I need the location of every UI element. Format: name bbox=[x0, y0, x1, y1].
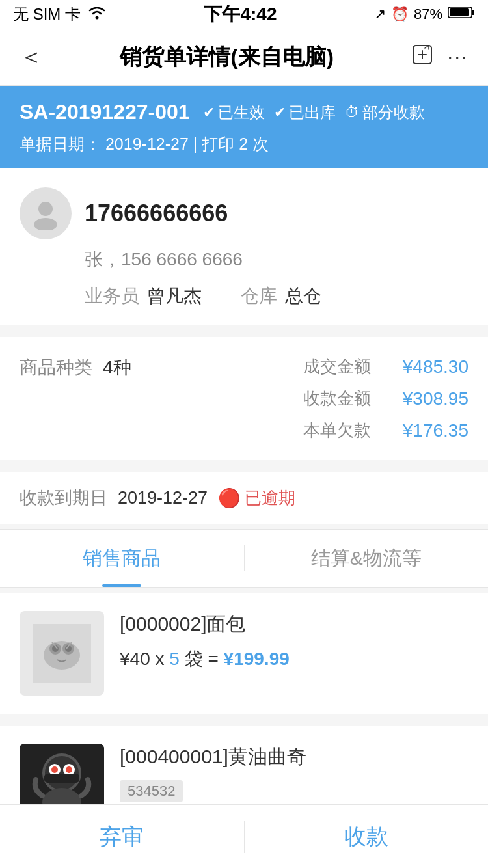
status-tags: ✔ 已生效 ✔ 已出库 ⏱ 部分收款 bbox=[203, 102, 425, 123]
alarm-icon: ⏰ bbox=[391, 6, 409, 23]
product-type-row: 商品种类 4种 bbox=[20, 355, 131, 380]
page-title: 销货单详情(来自电脑) bbox=[120, 42, 334, 72]
battery-icon bbox=[448, 5, 475, 23]
product-price-1: ¥40 x 5 袋 = ¥199.99 bbox=[120, 647, 468, 671]
status-bar-time: 下午4:42 bbox=[204, 2, 277, 27]
confirm-label: 收款 bbox=[344, 822, 388, 852]
battery-text: 87% bbox=[414, 6, 442, 23]
wifi-icon bbox=[87, 5, 107, 23]
status-bar: 无 SIM 卡 下午4:42 ↗ ⏰ 87% bbox=[0, 0, 488, 29]
svg-rect-3 bbox=[450, 8, 469, 16]
svg-point-0 bbox=[96, 16, 99, 20]
agent-label: 业务员 bbox=[85, 284, 139, 308]
customer-meta: 业务员 曾凡杰 仓库 总仓 bbox=[85, 284, 468, 308]
avatar bbox=[20, 187, 72, 239]
svg-point-18 bbox=[51, 766, 58, 773]
product-qty-1: 5 bbox=[169, 649, 180, 669]
date-label: 单据日期： bbox=[20, 135, 101, 153]
product-badge-2: 534532 bbox=[120, 780, 183, 802]
status-activated-label: 已生效 bbox=[218, 102, 265, 123]
warehouse-label: 仓库 bbox=[241, 284, 277, 308]
cancel-label: 弃审 bbox=[100, 822, 144, 852]
overdue-icon: 🔴 bbox=[218, 487, 241, 509]
amount-value: ¥485.30 bbox=[384, 357, 468, 377]
status-activated: ✔ 已生效 bbox=[203, 102, 265, 123]
svg-point-5 bbox=[38, 202, 53, 216]
customer-phone: 张，156 6666 6666 bbox=[85, 247, 468, 272]
product-type-label: 商品种类 bbox=[20, 355, 92, 380]
order-id: SA-20191227-001 bbox=[20, 100, 190, 124]
sim-status: 无 SIM 卡 bbox=[13, 4, 81, 25]
amount-label: 成交金额 bbox=[303, 355, 371, 378]
received-value: ¥308.95 bbox=[384, 388, 468, 409]
stats-right: 成交金额 ¥485.30 收款金额 ¥308.95 本单欠款 ¥176.35 bbox=[303, 355, 468, 442]
check-icon-1: ✔ bbox=[203, 104, 215, 121]
product-info-1: [0000002]面包 ¥40 x 5 袋 = ¥199.99 bbox=[120, 611, 468, 671]
overdue-badge: 🔴 已逾期 bbox=[218, 487, 295, 509]
stats-section: 商品种类 4种 成交金额 ¥485.30 收款金额 ¥308.95 本单欠款 ¥… bbox=[0, 337, 488, 460]
product-title-2: 黄油曲奇 bbox=[228, 746, 306, 767]
confirm-button[interactable]: 收款 bbox=[245, 805, 489, 868]
product-code-2: [000400001] bbox=[120, 746, 228, 767]
check-icon-2: ✔ bbox=[274, 104, 286, 121]
svg-point-6 bbox=[34, 218, 57, 230]
product-total-1: ¥199.99 bbox=[224, 649, 290, 669]
print-info: | 打印 2 次 bbox=[193, 135, 269, 153]
warehouse-value: 总仓 bbox=[285, 284, 321, 308]
stats-left: 商品种类 4种 bbox=[20, 355, 131, 380]
overdue-text: 已逾期 bbox=[245, 487, 295, 509]
tab-settlement-label: 结算&物流等 bbox=[311, 545, 422, 572]
svg-point-19 bbox=[66, 766, 72, 773]
tab-settlement[interactable]: 结算&物流等 bbox=[245, 530, 489, 587]
received-row: 收款金额 ¥308.95 bbox=[303, 387, 468, 410]
bottom-bar: 弃审 收款 bbox=[0, 804, 488, 868]
tab-section: 销售商品 结算&物流等 bbox=[0, 529, 488, 588]
order-header-row1: SA-20191227-001 ✔ 已生效 ✔ 已出库 ⏱ 部分收款 bbox=[20, 100, 468, 124]
product-code-1: [0000002] bbox=[120, 613, 206, 634]
due-label: 收款到期日 bbox=[20, 486, 107, 509]
tab-row: 销售商品 结算&物流等 bbox=[0, 530, 488, 587]
cancel-button[interactable]: 弃审 bbox=[0, 805, 244, 868]
more-icon[interactable]: ··· bbox=[447, 45, 468, 69]
status-partial-label: 部分收款 bbox=[362, 102, 425, 123]
product-item: [0000002]面包 ¥40 x 5 袋 = ¥199.99 bbox=[0, 593, 488, 714]
status-bar-right: ↗ ⏰ 87% bbox=[374, 5, 475, 23]
due-date-section: 收款到期日 2019-12-27 🔴 已逾期 bbox=[0, 472, 488, 524]
customer-name: 17666666666 bbox=[85, 200, 228, 227]
product-title-1: 面包 bbox=[206, 613, 245, 634]
debt-label: 本单欠款 bbox=[303, 419, 371, 442]
due-date-value: 2019-12-27 bbox=[118, 488, 208, 508]
share-icon[interactable] bbox=[411, 43, 434, 71]
amount-row: 成交金额 ¥485.30 bbox=[303, 355, 468, 378]
product-thumb-1 bbox=[20, 611, 104, 696]
tab-sales-label: 销售商品 bbox=[83, 545, 161, 572]
status-shipped: ✔ 已出库 bbox=[274, 102, 336, 123]
order-date-row: 单据日期： 2019-12-27 | 打印 2 次 bbox=[20, 133, 468, 155]
svg-point-8 bbox=[44, 641, 80, 670]
clock-icon: ⏱ bbox=[345, 104, 359, 121]
svg-rect-2 bbox=[472, 10, 474, 15]
debt-value: ¥176.35 bbox=[384, 420, 468, 441]
status-shipped-label: 已出库 bbox=[289, 102, 336, 123]
status-bar-left: 无 SIM 卡 bbox=[13, 4, 107, 25]
debt-row: 本单欠款 ¥176.35 bbox=[303, 419, 468, 442]
order-header: SA-20191227-001 ✔ 已生效 ✔ 已出库 ⏱ 部分收款 单据日期：… bbox=[0, 86, 488, 168]
product-name-1: [0000002]面包 bbox=[120, 611, 468, 638]
customer-row: 17666666666 bbox=[20, 187, 468, 239]
agent-value: 曾凡杰 bbox=[147, 284, 202, 308]
customer-section: 17666666666 张，156 6666 6666 业务员 曾凡杰 仓库 总… bbox=[0, 168, 488, 325]
location-icon: ↗ bbox=[374, 6, 386, 23]
tab-sales-products[interactable]: 销售商品 bbox=[0, 530, 244, 587]
back-button[interactable]: ＜ bbox=[20, 41, 43, 73]
status-partial-payment: ⏱ 部分收款 bbox=[345, 102, 425, 123]
nav-bar: ＜ 销货单详情(来自电脑) ··· bbox=[0, 29, 488, 86]
nav-right-actions: ··· bbox=[411, 43, 468, 71]
received-label: 收款金额 bbox=[303, 387, 371, 410]
svg-rect-20 bbox=[44, 774, 79, 783]
product-type-value: 4种 bbox=[103, 355, 131, 380]
date-value: 2019-12-27 bbox=[105, 135, 189, 153]
product-name-2: [000400001]黄油曲奇 bbox=[120, 744, 468, 770]
